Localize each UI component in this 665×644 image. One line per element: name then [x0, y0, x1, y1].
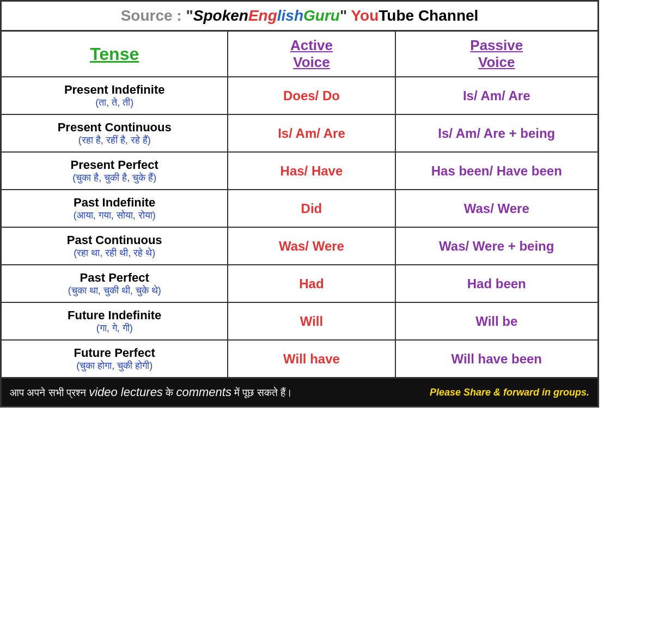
source-label: Source :	[121, 7, 182, 24]
table-row: Future Indefinite(गा, गे, गी)WillWill be	[1, 302, 599, 340]
tense-cell: Past Indefinite(आया, गया, सोया, रोया)	[1, 190, 228, 227]
tense-cell: Present Indefinite(ता, ते, ती)	[1, 77, 228, 114]
active-cell: Was/ Were	[228, 227, 395, 265]
passive-cell: Is/ Am/ Are	[395, 77, 599, 114]
spoken-text: Spoken	[193, 7, 248, 24]
table-row: Future Perfect(चुका होगा, चुकी होगी)Will…	[1, 340, 599, 378]
passive-cell: Was/ Were	[395, 190, 599, 227]
active-cell: Will	[228, 302, 395, 340]
open-quote: "	[186, 7, 193, 24]
passive-cell: Was/ Were + being	[395, 227, 599, 265]
tube-text: Tube	[379, 7, 414, 24]
tense-cell: Future Indefinite(गा, गे, गी)	[1, 302, 228, 340]
table-row: Past Continuous(रहा था, रही थी, रहे थे)W…	[1, 227, 599, 265]
footer-right-text: Please Share & forward in groups.	[430, 387, 589, 398]
passive-cell: Will have been	[395, 340, 599, 378]
tense-cell: Past Continuous(रहा था, रही थी, रहे थे)	[1, 227, 228, 265]
table-row: Present Indefinite(ता, ते, ती)Does/ DoIs…	[1, 77, 599, 114]
you-text: You	[351, 7, 379, 24]
footer-left-text: आप अपने सभी प्रश्न video lectures के com…	[10, 385, 292, 399]
eng-text: Eng	[248, 7, 277, 24]
close-quote: "	[340, 7, 347, 24]
active-cell: Had	[228, 265, 395, 302]
active-cell: Will have	[228, 340, 395, 378]
channel-text: Channel	[418, 7, 478, 24]
tense-cell: Past Perfect(चुका था, चुकी थी, चुके थे)	[1, 265, 228, 302]
footer: आप अपने सभी प्रश्न video lectures के com…	[0, 379, 599, 408]
active-cell: Does/ Do	[228, 77, 395, 114]
lish-text: lish	[277, 7, 303, 24]
header-tense: Tense	[1, 31, 228, 77]
tense-cell: Present Continuous(रहा है, रहीं है, रहे …	[1, 114, 228, 152]
passive-cell: Will be	[395, 302, 599, 340]
header: Source : "SpokenEnglishGuru" YouTube Cha…	[0, 0, 599, 30]
tense-cell: Future Perfect(चुका होगा, चुकी होगी)	[1, 340, 228, 378]
table-header-row: Tense ActiveVoice PassiveVoice	[1, 31, 599, 77]
header-passive: PassiveVoice	[395, 31, 599, 77]
table-row: Present Continuous(रहा है, रहीं है, रहे …	[1, 114, 599, 152]
guru-text: Guru	[303, 7, 340, 24]
table-row: Present Perfect(चुका है, चुकी है, चुके ह…	[1, 152, 599, 190]
table-row: Past Perfect(चुका था, चुकी थी, चुके थे)H…	[1, 265, 599, 302]
passive-cell: Had been	[395, 265, 599, 302]
header-active: ActiveVoice	[228, 31, 395, 77]
passive-cell: Is/ Am/ Are + being	[395, 114, 599, 152]
active-cell: Did	[228, 190, 395, 227]
active-cell: Is/ Am/ Are	[228, 114, 395, 152]
active-cell: Has/ Have	[228, 152, 395, 190]
table-row: Past Indefinite(आया, गया, सोया, रोया)Did…	[1, 190, 599, 227]
passive-cell: Has been/ Have been	[395, 152, 599, 190]
tense-cell: Present Perfect(चुका है, चुकी है, चुके ह…	[1, 152, 228, 190]
tense-table: Tense ActiveVoice PassiveVoice Present I…	[0, 30, 599, 379]
